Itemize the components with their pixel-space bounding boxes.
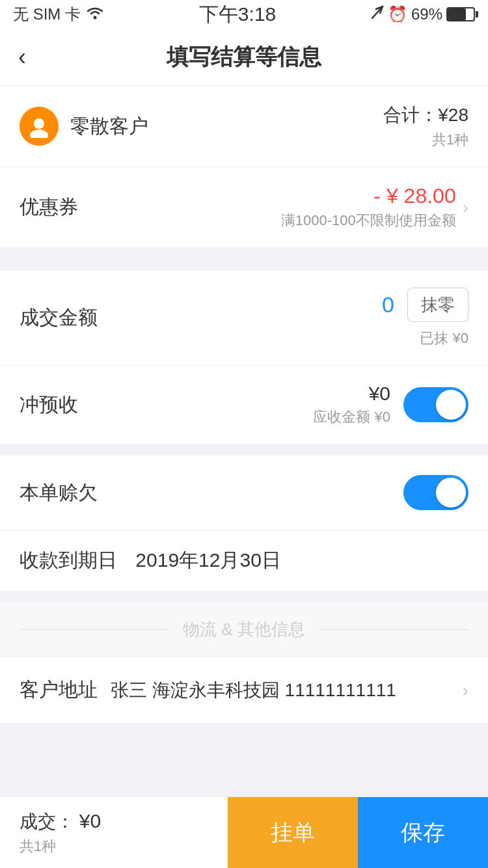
bottom-count: 共1种 (20, 837, 208, 856)
gray-divider-1 (0, 259, 488, 271)
status-left: 无 SIM 卡 (13, 4, 104, 25)
svg-point-2 (30, 129, 48, 138)
customer-total: 合计：¥28 (383, 103, 468, 128)
form-section: 成交金额 0 抹零 已抹 ¥0 冲预收 ¥0 应收金额 ¥0 (0, 271, 488, 444)
customer-avatar (20, 107, 59, 146)
bottom-deal-row: 成交： ¥0 (20, 809, 208, 834)
coupon-desc: 满1000-100不限制使用金额 (281, 211, 456, 230)
gray-divider-2 (0, 444, 488, 455)
customer-name: 零散客户 (70, 113, 148, 140)
bottom-deal-label: 成交： (20, 811, 74, 832)
prepayment-toggle-thumb (436, 390, 466, 420)
back-button[interactable]: ‹ (18, 44, 26, 71)
battery-text: 69% (411, 5, 442, 23)
debt-toggle-thumb (436, 478, 466, 508)
battery-icon (446, 7, 475, 21)
address-row[interactable]: 客户地址 张三 海淀永丰科技园 11111111111 › (0, 657, 488, 723)
logistics-section: 物流 & 其他信息 客户地址 张三 海淀永丰科技园 11111111111 › (0, 603, 488, 723)
transaction-sub: 已抹 ¥0 (420, 329, 468, 348)
debt-toggle[interactable] (403, 475, 468, 510)
coupon-chevron-icon: › (463, 197, 468, 218)
coupon-discount: - ¥ 28.00 (281, 184, 456, 208)
logistics-divider: 物流 & 其他信息 (0, 603, 488, 657)
carrier-label: 无 SIM 卡 (13, 4, 81, 25)
debt-row: 本单赊欠 (0, 455, 488, 530)
transaction-right: 0 抹零 (382, 288, 468, 322)
status-bar: 无 SIM 卡 下午3:18 ⏰ 69% (0, 0, 488, 29)
transaction-label: 成交金额 (20, 305, 98, 331)
status-right: ⏰ 69% (371, 5, 475, 23)
prepayment-toggle[interactable] (403, 387, 468, 422)
customer-left: 零散客户 (20, 107, 148, 146)
wifi-icon (86, 5, 104, 23)
due-date-value: 2019年12月30日 (135, 549, 280, 571)
save-button[interactable]: 保存 (358, 797, 488, 869)
debt-section: 本单赊欠 收款到期日 2019年12月30日 (0, 455, 488, 591)
prepayment-label: 冲预收 (20, 392, 78, 418)
svg-point-0 (94, 16, 97, 20)
location-icon (371, 5, 384, 23)
debt-toggle-track[interactable] (403, 475, 468, 510)
pending-button[interactable]: 挂单 (228, 797, 358, 869)
page-title: 填写结算等信息 (167, 42, 321, 72)
round-zero-button[interactable]: 抹零 (407, 288, 468, 322)
transaction-value: 0 (382, 292, 394, 318)
coupon-row[interactable]: 优惠券 - ¥ 28.00 满1000-100不限制使用金额 › (0, 167, 488, 247)
content: 零散客户 合计：¥28 共1种 优惠券 - ¥ 28.00 满1000-100不… (0, 86, 488, 801)
customer-count: 共1种 (383, 130, 468, 150)
customer-section: 零散客户 合计：¥28 共1种 优惠券 - ¥ 28.00 满1000-100不… (0, 86, 488, 247)
gray-divider-3 (0, 591, 488, 603)
nav-bar: ‹ 填写结算等信息 (0, 29, 488, 86)
prepayment-row: 冲预收 ¥0 应收金额 ¥0 (0, 366, 488, 444)
due-date-label: 收款到期日 (20, 549, 117, 571)
bottom-deal-value: ¥0 (79, 810, 101, 832)
debt-label: 本单赊欠 (20, 480, 98, 506)
customer-row: 零散客户 合计：¥28 共1种 (0, 86, 488, 167)
transaction-row: 成交金额 0 抹零 已抹 ¥0 (0, 271, 488, 366)
logistics-label: 物流 & 其他信息 (183, 618, 305, 641)
bottom-info: 成交： ¥0 共1种 (0, 809, 228, 856)
prepayment-toggle-track[interactable] (403, 387, 468, 422)
alarm-icon: ⏰ (388, 5, 407, 23)
address-value: 张三 海淀永丰科技园 11111111111 (111, 678, 463, 703)
svg-point-1 (34, 118, 44, 129)
prepayment-value: ¥0 (313, 383, 390, 405)
address-label: 客户地址 (20, 677, 98, 703)
time-label: 下午3:18 (199, 1, 276, 28)
prepayment-sub: 应收金额 ¥0 (313, 407, 390, 427)
due-date-row: 收款到期日 2019年12月30日 (0, 530, 488, 591)
address-chevron-icon: › (463, 680, 468, 701)
customer-right: 合计：¥28 共1种 (383, 103, 468, 150)
bottom-bar: 成交： ¥0 共1种 挂单 保存 (0, 796, 488, 868)
coupon-label: 优惠券 (20, 194, 78, 221)
